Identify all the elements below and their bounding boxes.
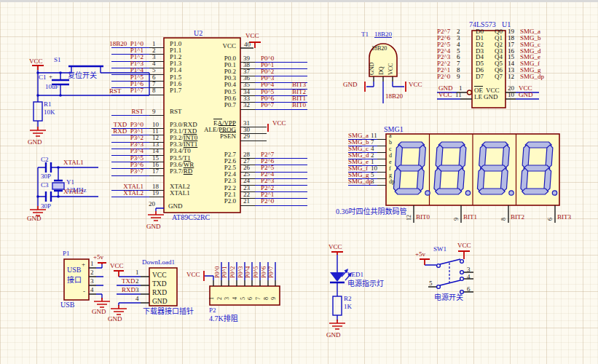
value-r1: 10K (44, 109, 55, 116)
pin-row: SMG_dp 3 dp (348, 179, 396, 186)
pin-number: 3 (135, 287, 139, 293)
net-label: P0^1 (221, 258, 228, 278)
resistor-r2[interactable] (333, 296, 342, 315)
net-label-xtal1: XTAL1 (63, 159, 84, 166)
pin-number: 1 (208, 288, 215, 300)
usb-body-line2: 接口 (67, 277, 82, 284)
pin-number: 4 (90, 287, 94, 293)
designator-led1: LED1 (347, 272, 363, 278)
net-label: RST (131, 108, 143, 115)
pin-number: 8 (152, 87, 156, 94)
net-label: P2^0 (261, 198, 274, 205)
net-label: P0^6 (261, 258, 267, 278)
mcu-p2-pins: 28 P2^7 P2.7 27 P2^6 P2.6 26 P2^5 P2.5 2… (197, 152, 307, 206)
pin-number: 9 (152, 108, 156, 115)
pin-number: 1 (135, 269, 139, 276)
usb-minus: - (83, 288, 85, 295)
pin-name-gnd: GND (484, 94, 498, 100)
net-label-txd: TXD (122, 278, 135, 285)
net-label-bit2: BIT2 (511, 214, 524, 221)
pin-number: 2 (216, 288, 223, 300)
pin-name: P2.0 (224, 198, 236, 205)
pin-number: 8 (263, 288, 270, 300)
pin-number: 9 (457, 74, 460, 80)
pin-number: 3 (224, 288, 230, 300)
pin-number: 17 (152, 168, 159, 175)
value-c2: 30P (41, 173, 51, 180)
net-label: P2^0 (437, 74, 450, 80)
pin-name-q: Q7 (495, 74, 503, 80)
pin-row: RST 9 RST (111, 109, 240, 116)
latch-data-pins: P2^7 2 D0 Q0 19 SMG_a P2^6 3 D1 Q1 18 SM… (437, 30, 545, 81)
pin-name: RST (170, 108, 182, 115)
pin-number: 4 (232, 288, 238, 300)
gnd-label: GND (27, 215, 42, 222)
pin-row: 36 P0^3 P0.3 (197, 76, 307, 83)
segment-letter: g (389, 173, 392, 178)
net-label-vcc40: VCC (245, 33, 259, 39)
net-label-smg: SMG_dp (520, 74, 544, 80)
pin-row: 35 P0^4 BIT3 P0.4 (197, 83, 307, 90)
pin-number: 32 (243, 102, 250, 108)
pin-name: P0.7 (224, 102, 236, 108)
pin-name: GND (152, 298, 168, 306)
net-label: P0^3 (237, 258, 244, 278)
pin-row: 21 P2^0 P2.0 (197, 199, 307, 205)
value-c1: 10uF (45, 84, 59, 90)
usb-caption: USB (60, 301, 74, 309)
pin-name: VCC (152, 272, 167, 280)
net-label: XTAL2 (123, 190, 143, 197)
bit-pin-num: 9 (453, 209, 460, 221)
designator-download1: DownLoad1 (142, 259, 175, 266)
pin-num-3: 3 (467, 266, 471, 273)
sensor-pin-name: VCC (387, 56, 394, 75)
pin-row: 30 ALE/PROG (197, 127, 307, 134)
pin-number: 12 (508, 74, 514, 80)
pin-num-10: 10 (508, 92, 514, 98)
switch-contacts[interactable] (437, 260, 464, 294)
segment-letter: a (389, 133, 392, 139)
part-18b20: 18B20 (374, 31, 392, 38)
pin-row: 39 P0^0 P0.0 (197, 56, 307, 63)
vcc-label: VCC (186, 272, 200, 278)
pin-name-le: LE (474, 94, 482, 100)
pin-name: RXD (152, 290, 167, 297)
display-caption: 0.36吋四位共阴数码管 (336, 208, 407, 215)
pin-row: P2^0 9 D7 Q7 12 SMG_dp (437, 75, 545, 82)
pin-number: 21 (243, 198, 250, 205)
pin-number: 3 (371, 178, 374, 185)
pin-number: 7 (255, 288, 261, 300)
pin-num-11: 11 (455, 92, 462, 98)
designator-smg1: SMG1 (384, 126, 404, 133)
designator-c1: C1 (39, 74, 47, 81)
net-label: P0^7 (268, 258, 275, 278)
pin-name-gnd: GND (168, 203, 183, 210)
pin-num-4: 4 (467, 274, 471, 280)
designator-c3: C3 (41, 182, 49, 189)
crystal-y1[interactable] (52, 183, 64, 189)
pin-number: 19 (152, 190, 159, 197)
segment-letter: d (389, 153, 392, 159)
pin-name: P3.7/RD (170, 168, 192, 175)
net-label: P3^7 (130, 168, 143, 175)
net-label-gnd: GND (519, 92, 533, 98)
segment-letter: f (389, 166, 391, 172)
designator-r1: R1 (44, 101, 52, 108)
sensor-body-label: 18B20 (371, 46, 387, 52)
pin-row: 38 P0^1 P0.1 (197, 63, 307, 69)
segment-letter: dp (389, 179, 395, 185)
designator-c2: C2 (41, 157, 49, 163)
mcu-p0-pins: 39 P0^0 P0.0 38 P0^1 P0.1 37 P0^2 P0.2 3… (197, 56, 307, 110)
net-label: SMG_dp (348, 178, 372, 185)
pin-number: 5 (240, 288, 246, 300)
bit-pin-num: 8 (500, 209, 507, 221)
designator-y1: Y1 (66, 179, 74, 186)
pin-num-20: 20 (149, 201, 155, 207)
resistor-r1[interactable] (34, 102, 42, 121)
net-label-vcc: VCC (438, 92, 452, 98)
net-label-rxd: RXD (122, 287, 135, 293)
pin-name: XTAL1 (170, 190, 190, 197)
net-label-bit0: BIT0 (416, 214, 430, 221)
pin-row: 26 P2^5 P2.5 (197, 165, 307, 172)
pin-name: P1.7 (170, 87, 181, 94)
